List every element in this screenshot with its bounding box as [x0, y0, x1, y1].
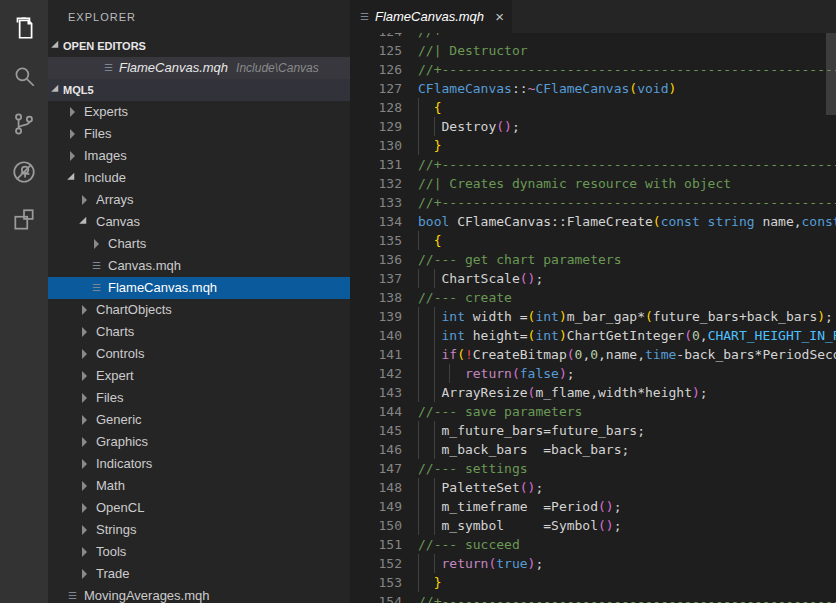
code-line[interactable]: 136//--- get chart parameters [350, 250, 836, 269]
code-line[interactable]: 134bool CFlameCanvas::FlameCreate(const … [350, 212, 836, 231]
code-line[interactable]: 152 return(true); [350, 554, 836, 573]
tree-item-controls[interactable]: Controls [48, 343, 350, 365]
indent-guide [434, 364, 435, 383]
code-line[interactable]: 140 int height=(int)ChartGetInteger(0,CH… [350, 326, 836, 345]
open-editor-flamecanvas[interactable]: ☰ FlameCanvas.mqh Include\Canvas [48, 57, 350, 79]
code-line[interactable]: 132//| Creates dynamic resource with obj… [350, 174, 836, 193]
line-number: 125 [350, 41, 402, 60]
code-line[interactable]: 130 } [350, 136, 836, 155]
tree-item-images[interactable]: Images [48, 145, 350, 167]
code-line[interactable]: 145 m_future_bars=future_bars; [350, 421, 836, 440]
tree-item-label: Charts [108, 233, 146, 255]
tree-item-movingaverages-mqh[interactable]: ☰MovingAverages.mqh [48, 585, 350, 603]
tree-item-opencl[interactable]: OpenCL [48, 497, 350, 519]
code-line[interactable]: 147//--- settings [350, 459, 836, 478]
tree-item-graphics[interactable]: Graphics [48, 431, 350, 453]
line-number: 131 [350, 155, 402, 174]
code-line[interactable]: 139 int width =(int)m_bar_gap*(future_ba… [350, 307, 836, 326]
debug-icon[interactable] [0, 148, 48, 196]
tree-item-charts[interactable]: Charts [48, 321, 350, 343]
code-line[interactable]: 124//+----------------------------------… [350, 33, 836, 41]
indent-guide [434, 269, 435, 288]
code-line[interactable]: 135 { [350, 231, 836, 250]
tree-item-files[interactable]: Files [48, 387, 350, 409]
indent-guide [418, 440, 419, 459]
tab-label: FlameCanvas.mqh [375, 9, 484, 24]
code-line[interactable]: 131//+----------------------------------… [350, 155, 836, 174]
editor-scrollbar[interactable] [826, 33, 836, 115]
code-line[interactable]: 144//--- save parameters [350, 402, 836, 421]
line-number: 129 [350, 117, 402, 136]
indent-guide [418, 364, 419, 383]
tree-item-strings[interactable]: Strings [48, 519, 350, 541]
tree-item-indicators[interactable]: Indicators [48, 453, 350, 475]
tree-item-experts[interactable]: Experts [48, 101, 350, 123]
chevron-collapsed-icon [82, 459, 87, 469]
chevron-collapsed-icon [82, 327, 87, 337]
tree-item-arrays[interactable]: Arrays [48, 189, 350, 211]
chevron-collapsed-icon [82, 393, 87, 403]
tree-item-tools[interactable]: Tools [48, 541, 350, 563]
tree-item-chartobjects[interactable]: ChartObjects [48, 299, 350, 321]
code-line[interactable]: 137 ChartScale(); [350, 269, 836, 288]
line-number: 151 [350, 535, 402, 554]
indent-guide [434, 383, 435, 402]
tree-item-include[interactable]: Include [48, 167, 350, 189]
code-line[interactable]: 129 Destroy(); [350, 117, 836, 136]
code-line[interactable]: 127CFlameCanvas::~CFlameCanvas(void) [350, 79, 836, 98]
chevron-expanded-icon [79, 217, 90, 228]
tree-item-label: Indicators [96, 453, 152, 475]
tree-item-label: Generic [96, 409, 142, 431]
chevron-collapsed-icon [70, 129, 75, 139]
indent-guide [434, 497, 435, 516]
indent-guide [434, 440, 435, 459]
explorer-icon[interactable] [0, 4, 48, 52]
close-icon[interactable]: × [495, 9, 504, 24]
tree-item-flamecanvas-mqh[interactable]: ☰FlameCanvas.mqh [48, 277, 350, 299]
indent-guide [434, 117, 435, 136]
tree-item-label: MovingAverages.mqh [84, 585, 210, 603]
code-line[interactable]: 151//--- succeed [350, 535, 836, 554]
mql5-section-header[interactable]: MQL5 [48, 79, 350, 101]
code-line[interactable]: 149 m_timeframe =Period(); [350, 497, 836, 516]
chevron-collapsed-icon [82, 305, 87, 315]
code-line[interactable]: 126//+----------------------------------… [350, 60, 836, 79]
line-number: 134 [350, 212, 402, 231]
tree-item-files[interactable]: Files [48, 123, 350, 145]
tree-item-trade[interactable]: Trade [48, 563, 350, 585]
code-line[interactable]: 138//--- create [350, 288, 836, 307]
code-line[interactable]: 142 return(false); [350, 364, 836, 383]
code-line[interactable]: 153 } [350, 573, 836, 592]
chevron-collapsed-icon [82, 195, 87, 205]
code-line[interactable]: 150 m_symbol =Symbol(); [350, 516, 836, 535]
tree-item-label: Graphics [96, 431, 148, 453]
tree-item-label: Canvas.mqh [108, 255, 181, 277]
tree-item-label: Experts [84, 101, 128, 123]
search-icon[interactable] [0, 52, 48, 100]
editor-group[interactable]: ☰ FlameCanvas.mqh × 124//+--------------… [350, 0, 836, 603]
tree-item-generic[interactable]: Generic [48, 409, 350, 431]
code-line[interactable]: 146 m_back_bars =back_bars; [350, 440, 836, 459]
tree-item-canvas[interactable]: Canvas [48, 211, 350, 233]
code-line[interactable]: 125//| Destructor [350, 41, 836, 60]
tree-item-canvas-mqh[interactable]: ☰Canvas.mqh [48, 255, 350, 277]
tree-item-label: Controls [96, 343, 144, 365]
code-line[interactable]: 154//+----------------------------------… [350, 592, 836, 603]
code-line[interactable]: 128 { [350, 98, 836, 117]
extensions-icon[interactable] [0, 196, 48, 244]
tree-item-expert[interactable]: Expert [48, 365, 350, 387]
indent-guide [418, 345, 419, 364]
tree-item-label: Strings [96, 519, 136, 541]
code-line[interactable]: 133//+----------------------------------… [350, 193, 836, 212]
code-line[interactable]: 143 ArrayResize(m_flame,width*height); [350, 383, 836, 402]
tree-item-label: Include [84, 167, 126, 189]
code-line[interactable]: 148 PaletteSet(); [350, 478, 836, 497]
code-line[interactable]: 141 if(!CreateBitmap(0,0,name,time-back_… [350, 345, 836, 364]
source-control-icon[interactable] [0, 100, 48, 148]
line-number: 147 [350, 459, 402, 478]
tree-item-math[interactable]: Math [48, 475, 350, 497]
tree-item-charts[interactable]: Charts [48, 233, 350, 255]
code-editor[interactable]: 124//+----------------------------------… [350, 33, 836, 603]
open-editors-header[interactable]: OPEN EDITORS [48, 35, 350, 57]
tab-flamecanvas[interactable]: ☰ FlameCanvas.mqh × [350, 0, 512, 33]
